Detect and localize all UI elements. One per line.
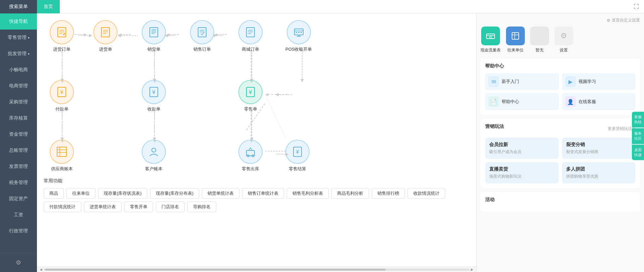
svg-rect-73 — [512, 33, 519, 39]
node-retail-outbound[interactable]: 零售出库 — [238, 140, 263, 172]
node-sales-order[interactable]: 销售订单 — [190, 20, 214, 52]
node-purchase-bill[interactable]: 进货单 — [93, 20, 118, 52]
node-retail-bill[interactable]: ¥ 零售单 — [238, 80, 263, 112]
sidebar-item-admin[interactable]: 行政管理 — [0, 223, 37, 239]
svg-rect-40 — [198, 28, 206, 37]
quick-icon-vendor-unit[interactable]: 往来单位 — [506, 27, 525, 53]
group-buy-title: 多人拼团 — [566, 166, 632, 172]
quick-nav-icons: 现金流量表 往来单位 暂无 ⚙ 设置 — [480, 27, 640, 53]
sidebar-item-salary[interactable]: 工资 — [0, 207, 37, 223]
scroll-track[interactable] — [44, 269, 469, 271]
svg-rect-49 — [296, 32, 297, 33]
func-btn-receipt-stat[interactable]: 收款情况统计 — [408, 188, 445, 199]
quick-icon-settings[interactable]: ⚙ 设置 — [554, 27, 573, 53]
online-service-icon: 👤 — [565, 96, 576, 107]
sidebar-item-general-ledger[interactable]: 总账管理 — [0, 142, 37, 158]
marketing-section: 营销玩法 更多营销玩法 > 会员拉新 吸引用户成为会员 裂变分销 裂变式发展分销… — [480, 119, 640, 188]
func-btn-stock-dist[interactable]: 现存量(库存分布表) — [150, 188, 199, 199]
float-btn-customer-service[interactable]: 客服热线 — [632, 112, 644, 128]
sidebar-item-ecom-mgmt[interactable]: 电商管理 — [0, 78, 37, 94]
quick-icon-cash-flow[interactable]: 现金流量表 — [480, 27, 501, 53]
help-item-video[interactable]: ▶ 视频学习 — [562, 73, 636, 90]
search-menu[interactable]: 搜索菜单 — [0, 0, 37, 13]
function-buttons-grid: 商品 往来单位 现存量(库存状况表) 现存量(库存分布表) 销货单统计表 销售订… — [44, 188, 469, 212]
node-sales-bill[interactable]: 销货单 — [142, 20, 166, 52]
float-btn-community[interactable]: 服务社区 — [632, 128, 644, 144]
func-btn-purchase-stat[interactable]: 进货单统计表 — [84, 201, 122, 212]
video-icon: ▶ — [565, 76, 576, 87]
svg-marker-15 — [301, 79, 304, 82]
func-btn-guide-rank[interactable]: 导购排名 — [187, 201, 216, 212]
arrow-down-rec: ▼ — [153, 139, 157, 144]
svg-rect-51 — [301, 32, 302, 33]
help-grid: ✉ 新手入门 ▶ 视频学习 📄 帮助中心 👤 在线客服 — [485, 73, 635, 110]
func-btn-product-margin[interactable]: 商品毛利分析 — [331, 188, 369, 199]
fullscreen-button[interactable]: ⛶ — [631, 2, 641, 12]
pos-cashier-label: POS收银开单 — [285, 46, 312, 52]
float-btn-desktop[interactable]: 桌面快捷 — [632, 144, 644, 160]
sidebar-item-tax-mgmt[interactable]: 税务管理 — [0, 175, 37, 191]
func-btn-store-rank[interactable]: 门店排名 — [156, 201, 185, 212]
func-btn-sales-stat[interactable]: 销货单统计表 — [202, 188, 239, 199]
arrow-pb-sb: ◀ — [118, 32, 131, 37]
arrow-down-sb: ▼ — [153, 79, 157, 84]
arrow-down-rb: ▼ — [249, 139, 254, 144]
func-btn-order-stat[interactable]: 销售订单统计表 — [242, 188, 284, 199]
node-receipt-bill[interactable]: ¥ 收款单 — [142, 80, 166, 112]
sidebar-item-retail-mgmt[interactable]: 零售管理 ▾ — [0, 30, 37, 46]
node-mall-order[interactable]: 商城订单 — [238, 20, 263, 52]
help-center-section: 帮助中心 ✉ 新手入门 ▶ 视频学习 📄 帮助中心 👤 — [480, 58, 640, 115]
arrow-sb-rec — [154, 48, 155, 80]
sidebar-item-purchase-mgmt[interactable]: 采购管理 — [0, 94, 37, 110]
marketing-item-fission[interactable]: 裂变分销 裂变式发展分销商 — [562, 138, 636, 159]
func-btn-product[interactable]: 商品 — [44, 188, 64, 199]
receipt-bill-label: 收款单 — [147, 106, 160, 112]
node-customer-account[interactable]: 客户账本 — [142, 140, 166, 172]
node-retail-settlement[interactable]: ¥ 零售结算 — [285, 140, 310, 172]
func-btn-vendor[interactable]: 往来单位 — [66, 188, 95, 199]
sidebar: 快捷导航 零售管理 ▾ 批发管理 ▾ 小畅电商 电商管理 采购管理 库存核算 资… — [0, 13, 37, 272]
arrow-down-po: ▼ — [60, 79, 64, 84]
sidebar-item-inventory[interactable]: 库存核算 — [0, 110, 37, 126]
node-pos-cashier[interactable]: POS收银开单 — [285, 20, 312, 52]
settings-label: 设置 — [560, 47, 568, 53]
scroll-left-arrow[interactable]: ◀ — [38, 268, 44, 271]
func-btn-payment-stat[interactable]: 付款情况统计 — [44, 201, 81, 212]
retail-settlement-label: 零售结算 — [289, 166, 306, 172]
arrow-sb-so: ◀ — [167, 32, 179, 37]
help-item-beginner[interactable]: ✉ 新手入门 — [485, 73, 559, 90]
node-supplier-account[interactable]: 供应商账本 — [50, 140, 74, 172]
svg-rect-50 — [298, 32, 300, 33]
beginner-icon: ✉ — [488, 76, 499, 87]
sidebar-item-quick-nav[interactable]: 快捷导航 — [0, 13, 37, 30]
sales-bill-icon — [142, 20, 166, 44]
retail-bill-label: 零售单 — [244, 106, 257, 112]
sidebar-item-wholesale-mgmt[interactable]: 批发管理 ▾ — [0, 46, 37, 62]
sidebar-gear-button[interactable]: ⚙ — [0, 256, 37, 269]
fission-title: 裂变分销 — [566, 142, 632, 148]
home-tab[interactable]: 首页 — [37, 0, 60, 13]
marketing-item-group-buy[interactable]: 多人拼团 拼团购物享受优惠 — [562, 162, 636, 183]
more-marketing-link[interactable]: 更多营销玩法 > — [608, 126, 635, 132]
func-btn-sales-margin[interactable]: 销售毛利分析表 — [287, 188, 329, 199]
sidebar-item-finance[interactable]: 资金管理 — [0, 126, 37, 142]
marketing-item-livestream[interactable]: 直播卖货 场景式购物新玩法 — [485, 162, 559, 183]
vendor-unit-label: 往来单位 — [507, 47, 523, 53]
arrow-pos-rb: ◀ — [265, 92, 288, 97]
arrow-rec-cust — [154, 107, 155, 140]
help-item-help[interactable]: 📄 帮助中心 — [485, 93, 559, 110]
quick-icon-none[interactable]: 暂无 — [530, 27, 549, 53]
sidebar-item-xiaochang[interactable]: 小畅电商 — [0, 62, 37, 78]
help-item-online-service[interactable]: 👤 在线客服 — [562, 93, 636, 110]
customize-settings-link[interactable]: ⚙ 首页自定义设置 — [607, 17, 640, 23]
livestream-title: 直播卖货 — [489, 166, 555, 172]
sidebar-item-invoice-mgmt[interactable]: 发票管理 — [0, 158, 37, 175]
help-center-title: 帮助中心 — [485, 63, 635, 69]
func-btn-retail-order[interactable]: 零售开单 — [124, 201, 153, 212]
scroll-thumb[interactable] — [45, 269, 385, 271]
marketing-item-member[interactable]: 会员拉新 吸引用户成为会员 — [485, 138, 559, 159]
func-btn-sales-rank[interactable]: 销售排行榜 — [372, 188, 405, 199]
func-btn-stock-status[interactable]: 现存量(库存状况表) — [98, 188, 147, 199]
sidebar-item-fixed-assets[interactable]: 固定资产 — [0, 191, 37, 207]
scroll-right-arrow[interactable]: ▶ — [469, 268, 475, 271]
